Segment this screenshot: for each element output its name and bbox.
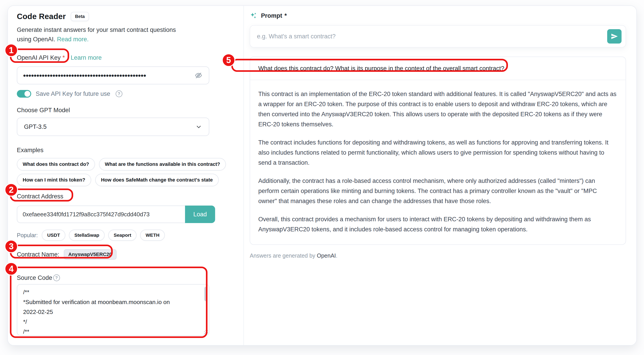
contract-name-row: Contract Name: AnyswapV5ERC20 — [17, 249, 226, 260]
scrollbar-thumb[interactable] — [204, 287, 207, 301]
answer-card: What does this contract do? What is its … — [250, 56, 626, 245]
help-icon[interactable]: ? — [53, 275, 60, 281]
answer-text: This contract is an implementation of th… — [250, 80, 626, 244]
save-api-key-label: Save API Key for future use — [36, 90, 110, 97]
answer-paragraph: This contract is an implementation of th… — [258, 89, 616, 129]
popular-label: Popular: — [17, 232, 38, 239]
learn-more-link[interactable]: Learn more — [71, 54, 102, 61]
toggle-knob — [24, 91, 30, 97]
code-reader-card: Code Reader Beta Generate instant answer… — [8, 5, 637, 346]
sparkle-icon — [250, 12, 257, 19]
contract-name-label: Contract Name: — [17, 251, 59, 258]
prompt-label: Prompt — [261, 12, 282, 19]
beta-badge: Beta — [71, 12, 89, 21]
send-icon — [610, 32, 618, 40]
example-pill[interactable]: What does this contract do? — [17, 158, 95, 171]
source-line: *Submitted for verification at moonbeam.… — [23, 297, 200, 307]
source-line: /** — [23, 287, 200, 297]
api-key-label: OpenAI API Key — [17, 54, 61, 61]
contract-address-label-row: Contract Address — [17, 193, 226, 200]
examples-label: Examples — [17, 147, 226, 154]
gpt-model-value: GPT-3.5 — [24, 123, 195, 130]
right-panel: Prompt * e.g. What's a smart contract? W… — [244, 6, 636, 345]
read-more-link[interactable]: Read more. — [57, 36, 89, 43]
gpt-model-select[interactable]: GPT-3.5 — [17, 118, 209, 136]
title-row: Code Reader Beta — [17, 10, 226, 22]
example-pill[interactable]: How can I mint this token? — [17, 174, 91, 186]
contract-name-badge: AnyswapV5ERC20 — [64, 249, 116, 260]
popular-pill-usdt[interactable]: USDT — [42, 230, 65, 241]
openai-link[interactable]: OpenAI — [317, 253, 336, 259]
gpt-model-label: Choose GPT Model — [17, 107, 226, 114]
save-api-key-toggle[interactable] — [17, 90, 31, 98]
examples-row-2: How can I mint this token? How does Safe… — [17, 174, 226, 186]
source-line: 2022-02-25 — [23, 307, 200, 317]
api-key-input[interactable]: ••••••••••••••••••••••••••••••••••••••••… — [17, 66, 209, 84]
contract-address-row: 0xefaeee334f0fd1712f9a8cc375f427d9cdd40d… — [17, 206, 215, 223]
resize-handle-icon[interactable] — [204, 330, 208, 334]
help-icon[interactable]: ? — [116, 90, 122, 97]
footer-note: Answers are generated by OpenAI. — [250, 253, 626, 259]
prompt-required-asterisk: * — [284, 12, 287, 19]
answer-paragraph: Additionally, the contract has a role-ba… — [258, 176, 616, 206]
source-code-label-row: Source Code ? — [17, 274, 226, 282]
contract-address-input[interactable]: 0xefaeee334f0fd1712f9a8cc375f427d9cdd40d… — [17, 206, 185, 223]
prompt-input[interactable]: e.g. What's a smart contract? — [250, 25, 626, 47]
load-button[interactable]: Load — [185, 206, 215, 223]
example-pill[interactable]: What are the functions available in this… — [99, 158, 226, 171]
source-code-textarea[interactable]: /** *Submitted for verification at moonb… — [17, 284, 209, 336]
send-button[interactable] — [607, 29, 622, 43]
prompt-placeholder: e.g. What's a smart contract? — [257, 33, 607, 40]
page-title: Code Reader — [17, 12, 66, 21]
popular-pill-weth[interactable]: WETH — [140, 230, 165, 241]
source-line: /** — [23, 327, 200, 336]
chevron-down-icon — [195, 123, 202, 130]
prompt-label-row: Prompt * — [250, 12, 626, 20]
source-code-label: Source Code — [17, 275, 52, 281]
answer-paragraph: The contract includes functions for depo… — [258, 138, 616, 168]
eye-off-icon[interactable] — [194, 71, 203, 80]
required-asterisk: * — [62, 54, 65, 61]
popular-pill-stellaswap[interactable]: StellaSwap — [69, 230, 105, 241]
code-reader-page: { "colors": { "accent_teal": "#46b2aa", … — [0, 0, 644, 355]
answer-paragraph: Overall, this contract provides a mechan… — [258, 214, 616, 235]
example-pill[interactable]: How does SafeMath change the contract's … — [95, 174, 219, 186]
source-line: */ — [23, 317, 200, 327]
left-panel: Code Reader Beta Generate instant answer… — [8, 6, 244, 345]
question-text: What does this contract do? What is its … — [250, 57, 626, 80]
examples-row-1: What does this contract do? What are the… — [17, 158, 226, 171]
page-description: Generate instant answers for your smart … — [17, 25, 192, 44]
api-key-masked-value: ••••••••••••••••••••••••••••••••••••••••… — [23, 66, 194, 84]
contract-address-label: Contract Address — [17, 193, 63, 200]
save-api-key-row: Save API Key for future use ? — [17, 89, 226, 98]
api-key-label-row: OpenAI API Key * Learn more — [17, 54, 226, 61]
popular-pill-seaport[interactable]: Seaport — [108, 230, 136, 241]
popular-row: Popular: USDT StellaSwap Seaport WETH — [17, 229, 226, 241]
